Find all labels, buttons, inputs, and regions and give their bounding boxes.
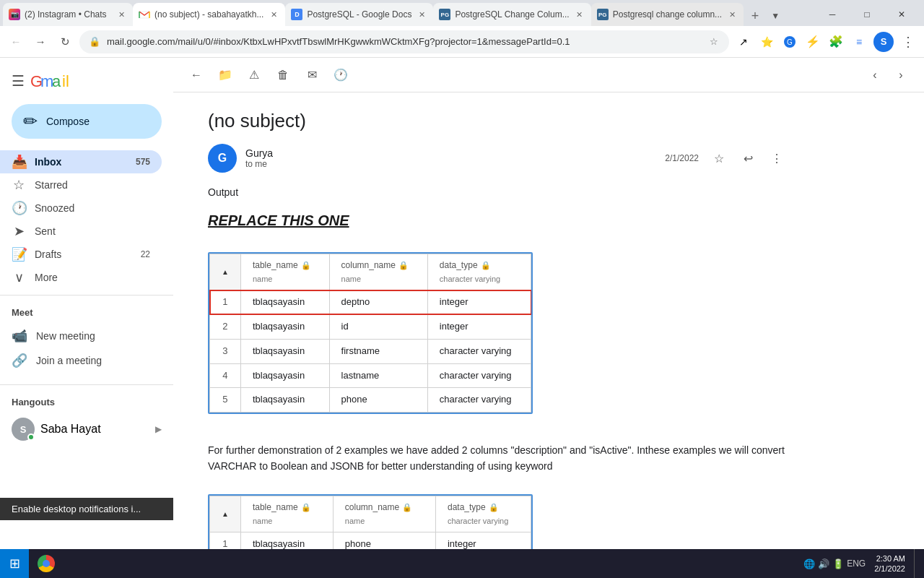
share-ext-icon[interactable]: ↗	[733, 32, 754, 52]
gmail-logo: G m a il	[30, 71, 74, 91]
tab-gmail-title: (no subject) - sabahayatkh...	[154, 9, 263, 20]
network-icon: 🌐	[803, 558, 815, 569]
body-intro: Output	[208, 184, 788, 200]
table1-col2-header: column_name 🔒 name	[329, 254, 427, 290]
ext4-icon[interactable]: ≡	[849, 32, 869, 52]
reload-button[interactable]: ↻	[55, 32, 75, 52]
row5-num: 5	[210, 388, 241, 413]
tab-instagram-close[interactable]: ✕	[116, 9, 127, 20]
sent-icon: ➤	[12, 223, 26, 239]
url-text: mail.google.com/mail/u/0/#inbox/KtbxLwHP…	[107, 36, 702, 47]
row4-col2: lastname	[329, 363, 427, 388]
spam-button[interactable]: ⚠	[243, 64, 266, 87]
volume-icon: 🔊	[818, 558, 829, 569]
docs-favicon: D	[291, 9, 302, 20]
gmail-header: ☰ G m a il	[0, 64, 173, 98]
gmail-favicon	[139, 9, 150, 20]
battery-icon: 🔋	[832, 558, 844, 569]
body-paragraph: For further demonstration of 2 examples …	[208, 442, 788, 475]
ext1-icon[interactable]: G	[780, 32, 800, 52]
table-row: 1 tblaqsayasin phone integer	[210, 532, 531, 549]
browser-menu-button[interactable]: ⋮	[898, 32, 918, 52]
tab-pg1-close[interactable]: ✕	[574, 9, 585, 20]
db-table-2: ▲ table_name 🔒 name	[209, 496, 531, 549]
meet-join-meeting[interactable]: 🔗 Join a meeting	[12, 348, 162, 373]
t2-col1-header-bottom: name	[253, 515, 321, 528]
video-icon: 📹	[12, 328, 27, 344]
prev-email-button[interactable]: ‹	[863, 64, 886, 87]
show-desktop-button[interactable]	[914, 549, 918, 578]
sidebar-item-inbox[interactable]: 📥 Inbox 575	[0, 150, 162, 173]
tab-pg1[interactable]: PG PostgreSQL Change Colum... ✕	[433, 3, 590, 26]
row5-col3: character varying	[427, 388, 531, 413]
snooze-button[interactable]: 🕐	[329, 64, 352, 87]
ext2-icon[interactable]: ⚡	[803, 32, 823, 52]
more-actions-button[interactable]: ⋮	[765, 147, 788, 170]
starred-icon: ☆	[12, 177, 26, 193]
db-table-1-container: ▲ table_name 🔒 name	[208, 252, 533, 414]
archive-button[interactable]: 📁	[214, 64, 237, 87]
sidebar-item-more[interactable]: ∨ More	[0, 266, 162, 289]
email-overlay: ← 📁 ⚠ 🗑 ✉ 🕐 ‹ › (no subject)	[173, 58, 924, 549]
close-button[interactable]: ✕	[885, 3, 918, 26]
row4-num: 4	[210, 363, 241, 388]
sidebar-snoozed-label: Snoozed	[35, 202, 150, 214]
delete-button[interactable]: 🗑	[271, 64, 295, 87]
bookmark-icon[interactable]: ☆	[707, 35, 720, 48]
tab-pg2[interactable]: PG Postgresql change column... ✕	[591, 3, 744, 26]
forward-button[interactable]: →	[30, 32, 51, 52]
tab-pg1-title: PostgreSQL Change Colum...	[455, 9, 569, 20]
start-button[interactable]: ⊞	[0, 549, 29, 578]
meet-new-meeting[interactable]: 📹 New meeting	[12, 324, 162, 348]
sidebar-item-starred[interactable]: ☆ Starred	[0, 173, 162, 197]
ext3-icon[interactable]: 🧩	[826, 32, 846, 52]
compose-button[interactable]: ✏ Compose	[12, 104, 162, 139]
tab-gmail-close[interactable]: ✕	[268, 9, 279, 20]
star-email-button[interactable]: ☆	[707, 147, 731, 170]
back-button[interactable]: ←	[6, 32, 26, 52]
hangout-contact[interactable]: S Saba Hayat ▶	[12, 413, 162, 445]
col1-header-top: table_name 🔒	[253, 259, 318, 272]
next-email-button[interactable]: ›	[889, 64, 912, 87]
new-tab-button[interactable]: +	[745, 6, 765, 26]
tab-docs[interactable]: D PostgreSQL - Google Docs ✕	[285, 3, 433, 26]
hamburger-menu[interactable]: ☰	[12, 72, 25, 90]
row1-col3: integer	[427, 290, 531, 315]
row3-col1: tblaqsayasin	[240, 339, 329, 363]
table1-header-row: ▲ table_name 🔒 name	[210, 254, 531, 290]
url-bar[interactable]: 🔒 mail.google.com/mail/u/0/#inbox/KtbxLw…	[79, 30, 729, 53]
sidebar-item-snoozed[interactable]: 🕐 Snoozed	[0, 197, 162, 220]
pg2-favicon: PG	[597, 9, 609, 20]
minimize-button[interactable]: ─	[816, 3, 849, 26]
profile-button[interactable]: S	[873, 32, 894, 52]
inbox-count: 575	[136, 157, 150, 167]
taskbar-chrome-icon[interactable]	[32, 549, 61, 578]
drafts-count: 22	[141, 249, 150, 259]
mark-unread-button[interactable]: ✉	[300, 64, 323, 87]
t2-lock-icon-3: 🔒	[489, 501, 499, 514]
clock-date: 2/1/2022	[874, 564, 905, 574]
notification-text: Enable desktop notifications i...	[12, 504, 141, 514]
notification-bar[interactable]: Enable desktop notifications i...	[0, 498, 173, 520]
maximize-button[interactable]: □	[850, 3, 884, 26]
sidebar-divider	[0, 295, 173, 296]
reply-button[interactable]: ↩	[736, 147, 759, 170]
tab-overflow-button[interactable]: ▼	[765, 6, 785, 26]
tab-instagram[interactable]: 📷 (2) Instagram • Chats ✕	[3, 3, 133, 26]
sidebar-item-drafts[interactable]: 📝 Drafts 22	[0, 243, 162, 266]
svg-text:a: a	[52, 72, 61, 90]
table1-body: 1 tblaqsayasin deptno integer 2 tblaqsay…	[210, 290, 531, 413]
t2-lock-icon-2: 🔒	[402, 501, 412, 514]
row3-col3: character varying	[427, 339, 531, 363]
bookmark-ext-icon[interactable]: ⭐	[757, 32, 777, 52]
tab-gmail[interactable]: (no subject) - sabahayatkh... ✕	[133, 3, 285, 26]
address-bar: ← → ↻ 🔒 mail.google.com/mail/u/0/#inbox/…	[0, 26, 924, 58]
back-to-inbox-button[interactable]: ←	[185, 64, 208, 87]
col3-header-top: data_type 🔒	[440, 259, 519, 272]
row3-col2: firstname	[329, 339, 427, 363]
tab-pg2-close[interactable]: ✕	[726, 9, 738, 20]
sender-to: to me	[245, 159, 656, 169]
sidebar-item-sent[interactable]: ➤ Sent	[0, 220, 162, 243]
tab-docs-close[interactable]: ✕	[416, 9, 427, 20]
system-clock: 2:30 AM 2/1/2022	[870, 553, 910, 574]
